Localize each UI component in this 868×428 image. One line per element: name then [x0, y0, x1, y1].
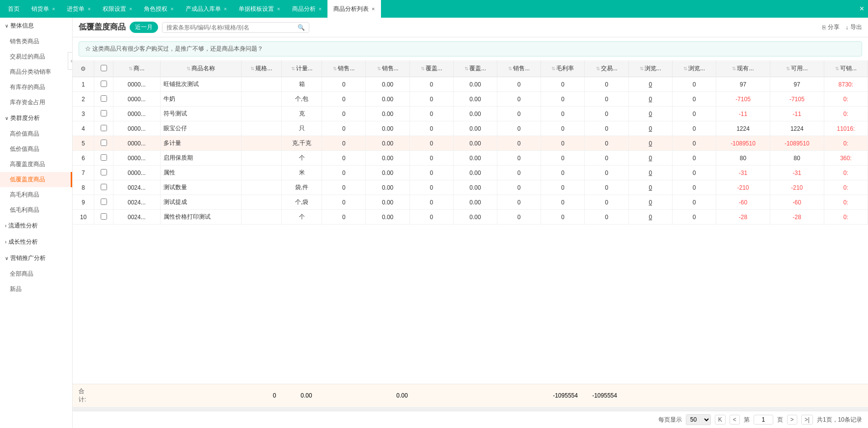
- row-checkbox-input[interactable]: [101, 140, 107, 146]
- row-checkbox-input[interactable]: [101, 184, 107, 190]
- close-permissions-tab-icon[interactable]: ×: [129, 6, 132, 12]
- row-browse1[interactable]: 0: [628, 121, 672, 136]
- sidebar-item-low-value[interactable]: 低价值商品: [0, 142, 72, 157]
- sidebar-item-traded-goods[interactable]: 交易过的商品: [0, 49, 72, 64]
- nav-tab-permissions[interactable]: 权限设置 ×: [97, 0, 138, 18]
- column-spec[interactable]: ⇅规格...: [241, 60, 281, 77]
- column-unit[interactable]: ⇅计量...: [281, 60, 322, 77]
- sidebar-item-sales-goods[interactable]: 销售类商品: [0, 34, 72, 49]
- row-checkbox[interactable]: [94, 195, 113, 210]
- close-sales-tab-icon[interactable]: ×: [52, 6, 55, 12]
- column-sales-qty[interactable]: ⇅销售...: [322, 60, 366, 77]
- column-sales3[interactable]: ⇅销售...: [497, 60, 541, 77]
- row-checkbox-input[interactable]: [101, 199, 107, 205]
- nav-tab-sales[interactable]: 销货单 ×: [26, 0, 61, 18]
- sidebar-item-all-goods[interactable]: 全部商品: [0, 266, 72, 282]
- row-browse1[interactable]: 0: [628, 151, 672, 166]
- nav-tab-product-analysis-list[interactable]: 商品分析列表 ×: [327, 0, 380, 18]
- column-name[interactable]: ⇅商品名称: [160, 60, 241, 77]
- row-checkbox[interactable]: [94, 77, 113, 92]
- sidebar-item-high-value[interactable]: 高价值商品: [0, 126, 72, 142]
- share-button[interactable]: ⎘ 分享: [822, 23, 840, 31]
- column-checkbox[interactable]: [94, 60, 113, 77]
- nav-tab-product-inbound[interactable]: 产成品入库单 ×: [180, 0, 233, 18]
- column-cov1[interactable]: ⇅覆盖...: [409, 60, 453, 77]
- row-checkbox[interactable]: [94, 136, 113, 151]
- column-browse2[interactable]: ⇅浏览...: [672, 60, 716, 77]
- row-checkbox-input[interactable]: [101, 169, 107, 175]
- settings-icon[interactable]: ⚙: [81, 65, 86, 72]
- sidebar-item-low-coverage[interactable]: 低覆盖度商品: [0, 172, 72, 187]
- sidebar-section-circulation[interactable]: › 流通性分析: [0, 218, 72, 234]
- sidebar-section-cluster[interactable]: ∨ 类群度分析: [0, 110, 72, 126]
- sidebar-item-high-coverage[interactable]: 高覆盖度商品: [0, 157, 72, 172]
- column-saleable[interactable]: ⇅可销...: [824, 60, 868, 77]
- horizontal-scrollbar[interactable]: [73, 407, 868, 411]
- row-checkbox-input[interactable]: [101, 154, 107, 161]
- nav-tab-purchase[interactable]: 进货单 ×: [61, 0, 96, 18]
- sidebar-item-high-margin[interactable]: 高毛利商品: [0, 187, 72, 202]
- sidebar-section-growth[interactable]: › 成长性分析: [0, 234, 72, 250]
- nav-tab-template[interactable]: 单据模板设置 ×: [233, 0, 286, 18]
- row-browse1[interactable]: 0: [628, 107, 672, 121]
- close-purchase-tab-icon[interactable]: ×: [87, 6, 90, 12]
- sidebar-item-new-goods[interactable]: 新品: [0, 282, 72, 297]
- row-checkbox[interactable]: [94, 121, 113, 136]
- row-browse1[interactable]: 0: [628, 92, 672, 107]
- nav-tab-product-analysis[interactable]: 商品分析 ×: [286, 0, 327, 18]
- sidebar-section-marketing[interactable]: ∨ 营销推广分析: [0, 250, 72, 266]
- row-browse1[interactable]: 0: [628, 210, 672, 225]
- row-checkbox[interactable]: [94, 151, 113, 166]
- column-sales-amt[interactable]: ⇅销售...: [366, 60, 409, 77]
- column-settings[interactable]: ⚙: [73, 60, 94, 77]
- sidebar-collapse-button[interactable]: «: [68, 52, 73, 70]
- sidebar-item-inventory-capital[interactable]: 库存资金占用: [0, 95, 72, 110]
- row-browse1[interactable]: 0: [628, 195, 672, 210]
- row-browse1[interactable]: 0: [628, 166, 672, 180]
- last-page-button[interactable]: >|: [801, 415, 813, 425]
- sidebar-item-category-rate[interactable]: 商品分类动销率: [0, 64, 72, 80]
- sidebar-item-low-margin[interactable]: 低毛利商品: [0, 202, 72, 218]
- row-checkbox[interactable]: [94, 92, 113, 107]
- row-checkbox[interactable]: [94, 107, 113, 121]
- table-container[interactable]: ⚙ ⇅商... ⇅商品名称 ⇅规格...: [73, 60, 868, 384]
- page-size-select[interactable]: 50 20 100: [686, 414, 711, 425]
- row-checkbox-input[interactable]: [101, 213, 107, 220]
- close-product-inbound-tab-icon[interactable]: ×: [224, 6, 227, 12]
- column-current[interactable]: ⇅现有...: [716, 60, 770, 77]
- row-checkbox[interactable]: [94, 180, 113, 195]
- sidebar-section-overall[interactable]: ∨ 整体信息: [0, 18, 72, 34]
- first-page-button[interactable]: K: [715, 415, 726, 425]
- row-checkbox[interactable]: [94, 210, 113, 225]
- row-browse1[interactable]: 0: [628, 77, 672, 92]
- search-input[interactable]: [166, 24, 296, 31]
- column-transaction[interactable]: ⇅交易...: [585, 60, 628, 77]
- filter-recent-month-button[interactable]: 近一月: [130, 22, 158, 33]
- row-checkbox-input[interactable]: [101, 125, 107, 131]
- prev-page-button[interactable]: <: [730, 415, 740, 425]
- nav-tab-roles[interactable]: 角色授权 ×: [138, 0, 179, 18]
- column-code[interactable]: ⇅商...: [113, 60, 160, 77]
- page-number-input[interactable]: [754, 415, 773, 425]
- sidebar-section-overall-items: 销售类商品 交易过的商品 商品分类动销率 有库存的商品 库存资金占用: [0, 34, 72, 110]
- row-browse1[interactable]: 0: [628, 136, 672, 151]
- nav-tab-home[interactable]: 首页: [2, 0, 26, 18]
- close-roles-tab-icon[interactable]: ×: [170, 6, 173, 12]
- sidebar-item-stocked-goods[interactable]: 有库存的商品: [0, 80, 72, 95]
- select-all-checkbox[interactable]: [101, 65, 107, 71]
- row-checkbox-input[interactable]: [101, 81, 107, 87]
- column-available[interactable]: ⇅可用...: [770, 60, 824, 77]
- row-checkbox-input[interactable]: [101, 95, 107, 102]
- close-product-analysis-list-tab-icon[interactable]: ×: [372, 6, 375, 12]
- column-gross[interactable]: ⇅毛利率: [541, 60, 585, 77]
- close-template-tab-icon[interactable]: ×: [277, 6, 280, 12]
- column-browse1[interactable]: ⇅浏览...: [628, 60, 672, 77]
- close-product-analysis-tab-icon[interactable]: ×: [319, 6, 322, 12]
- next-page-button[interactable]: >: [787, 415, 797, 425]
- close-app-button[interactable]: ×: [860, 4, 864, 13]
- row-checkbox[interactable]: [94, 166, 113, 180]
- column-cov2[interactable]: ⇅覆盖...: [453, 60, 497, 77]
- row-checkbox-input[interactable]: [101, 110, 107, 116]
- row-browse1[interactable]: 0: [628, 180, 672, 195]
- export-button[interactable]: ↓ 导出: [845, 23, 862, 31]
